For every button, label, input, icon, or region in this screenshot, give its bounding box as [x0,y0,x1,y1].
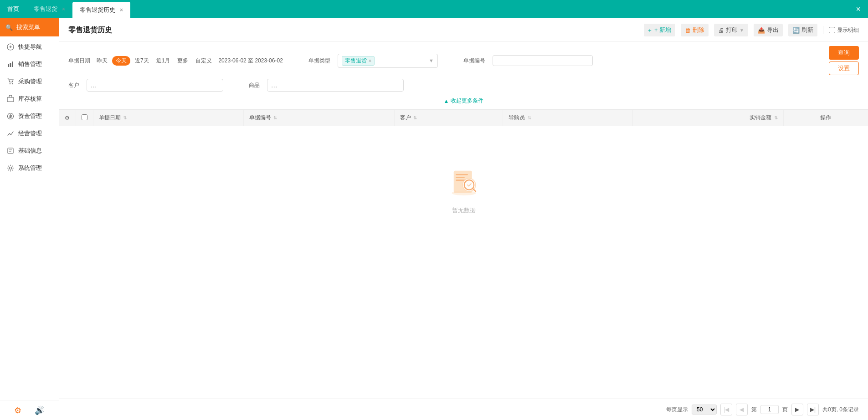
empty-state-row: 暂无数据 [59,126,868,251]
empty-state-cell: 暂无数据 [59,126,868,251]
svg-rect-2 [10,63,11,67]
ops-icon [6,129,15,138]
date-label: 单据日期 [68,57,90,65]
th-guide-sort-icon[interactable]: ⇅ [528,115,531,120]
date-btn-today[interactable]: 今天 [112,56,130,66]
svg-rect-3 [12,61,13,67]
set-button[interactable]: 设置 [829,61,859,75]
add-icon: + [648,27,652,34]
sidebar-menu: 快捷导航 销售管理 采购管理 库存核算 [0,36,59,400]
customer-ellipsis: ... [91,81,97,89]
svg-point-4 [10,83,10,84]
print-icon: 🖨 [718,27,724,34]
sidebar-item-sales-label: 销售管理 [18,60,42,68]
display-detail-label[interactable]: 显示明细 [837,26,859,34]
date-btn-1month[interactable]: 近1月 [154,56,173,66]
sidebar-item-ops[interactable]: 经营管理 [0,125,59,142]
th-date-sort-icon[interactable]: ⇅ [123,115,127,120]
page-size-label: 每页显示 [666,406,688,414]
tab-retail-return-label: 零售退货 [34,5,57,13]
sidebar-item-sys-mgmt[interactable]: 系统管理 [0,159,59,177]
date-filters: 昨天 今天 近7天 近1月 更多 自定义 2023-06-02 至 2023-0… [94,56,283,66]
sidebar-item-purchase-mgmt[interactable]: 采购管理 [0,73,59,90]
content-area: 零售退货历史 + + 新增 🗑 删除 🖨 打印 ▼ [59,18,868,420]
th-order-no-label: 单据编号 [249,114,271,121]
sidebar-item-base-info[interactable]: 基础信息 [0,142,59,159]
sidebar-item-inventory-label: 库存核算 [18,95,42,103]
tab-retail-return-history[interactable]: 零售退货历史 × [72,2,130,18]
settings-icon[interactable]: ⚙ [14,405,21,415]
goods-label: 商品 [249,82,260,89]
display-detail-checkbox[interactable] [829,27,835,33]
page-size-select[interactable]: 20 50 100 [692,405,717,415]
th-action: 操作 [783,110,868,126]
tab-retail-return-history-label: 零售退货历史 [80,6,115,14]
date-btn-more[interactable]: 更多 [175,56,191,66]
table-container: ⚙ 单据日期 ⇅ 单据编号 ⇅ [59,110,868,399]
sales-mgmt-icon [6,60,15,68]
window-close-button[interactable]: × [856,5,861,14]
action-col: 查询 设置 [829,46,859,75]
collapse-up-icon: ▲ [444,98,449,104]
print-button[interactable]: 🖨 打印 ▼ [714,24,748,36]
page-input[interactable] [760,405,779,414]
customer-select[interactable]: ... [87,79,223,92]
type-tag-remove[interactable]: × [369,58,371,63]
purchase-mgmt-icon [6,77,15,86]
table-wrapper: ⚙ 单据日期 ⇅ 单据编号 ⇅ [59,110,868,251]
add-button[interactable]: + + 新增 [644,24,675,36]
goods-select[interactable]: ... [267,79,404,92]
page-prev-button[interactable]: ◀ [736,404,748,415]
export-button[interactable]: 📤 导出 [754,24,783,36]
base-info-icon [6,147,15,155]
export-icon: 📤 [758,27,765,34]
type-tag: 零售退货 × [342,56,375,66]
order-num-input[interactable] [493,55,593,66]
tab-retail-return-close[interactable]: × [62,6,65,12]
type-label: 单据类型 [308,57,330,65]
sidebar-item-sales-mgmt[interactable]: 销售管理 [0,56,59,73]
order-num-filter-group: 单据编号 [463,55,593,66]
sidebar-item-quick-nav[interactable]: 快捷导航 [0,38,59,56]
finance-icon [6,112,15,120]
th-customer-label: 客户 [400,114,411,121]
sidebar-item-finance-label: 资金管理 [18,112,42,120]
sidebar-item-finance[interactable]: 资金管理 [0,108,59,125]
quick-nav-icon [6,43,15,51]
select-all-checkbox[interactable] [82,114,87,120]
th-order-sort-icon[interactable]: ⇅ [273,115,277,120]
table-header-row: ⚙ 单据日期 ⇅ 单据编号 ⇅ [59,110,868,126]
th-amount-sort-icon[interactable]: ⇅ [774,115,778,120]
filter-area: 单据日期 昨天 今天 近7天 近1月 更多 自定义 2023-06-02 至 2… [59,41,868,110]
tab-retail-return[interactable]: 零售退货 × [26,0,72,18]
collapse-button[interactable]: ▲ 收起更多条件 [444,97,484,105]
delete-button[interactable]: 🗑 删除 [681,24,709,36]
inventory-icon [6,95,15,103]
page-next-button[interactable]: ▶ [791,404,803,415]
query-button[interactable]: 查询 [829,46,859,60]
svg-rect-8 [8,148,13,154]
date-btn-custom[interactable]: 自定义 [193,56,215,66]
column-settings-icon[interactable]: ⚙ [65,115,70,121]
th-order-no: 单据编号 ⇅ [244,110,395,126]
sidebar-item-inventory[interactable]: 库存核算 [0,90,59,108]
tab-home[interactable]: 首页 [0,0,26,18]
filter-row-2: 客户 ... 商品 ... [68,79,859,92]
sidebar: 🔍 搜索菜单 快捷导航 销售管理 采购管理 [0,18,59,420]
sound-icon[interactable]: 🔊 [35,405,45,415]
th-guide-label: 导购员 [508,114,525,121]
page-total-info: 共0页, 0条记录 [822,406,859,414]
sidebar-search[interactable]: 🔍 搜索菜单 [0,18,59,36]
refresh-button[interactable]: 🔄 刷新 [788,24,817,36]
date-btn-7days[interactable]: 近7天 [132,56,152,66]
page-last-button[interactable]: ▶| [807,404,819,415]
th-customer: 客户 ⇅ [394,110,503,126]
svg-rect-12 [456,174,468,175]
print-chevron-icon: ▼ [740,28,744,33]
tab-retail-return-history-close[interactable]: × [120,7,123,13]
page-first-button[interactable]: |◀ [720,404,732,415]
type-select[interactable]: 零售退货 × ▼ [338,54,438,68]
th-customer-sort-icon[interactable]: ⇅ [413,115,417,120]
type-select-chevron: ▼ [429,58,434,63]
date-btn-yesterday[interactable]: 昨天 [94,56,110,66]
